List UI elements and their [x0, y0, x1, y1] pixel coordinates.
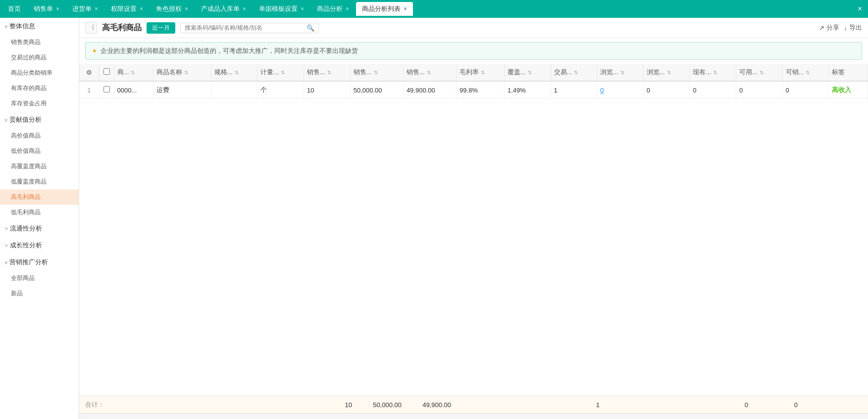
tab-close-icon[interactable]: × — [301, 6, 304, 12]
sort-icon-5[interactable]: ⇅ — [281, 70, 285, 75]
sidebar-section-3[interactable]: >成长性分析 — [0, 237, 79, 254]
sidebar-item-0-4[interactable]: 库存资金占用 — [0, 96, 79, 111]
tab-进货单[interactable]: 进货单× — [66, 2, 104, 16]
sort-icon-2[interactable]: ⇅ — [131, 70, 135, 75]
row-checkbox[interactable] — [103, 86, 110, 93]
main-layout: v整体信息销售类商品交易过的商品商品分类助销率有库存的商品库存资金占用v贡献值分… — [0, 18, 868, 419]
col-header-9[interactable]: 毛利率⇅ — [457, 64, 505, 81]
col-header-16[interactable]: 可销...⇅ — [782, 64, 829, 81]
col-header-10[interactable]: 覆盖...⇅ — [504, 64, 551, 81]
tab-单据模板设置[interactable]: 单据模板设置× — [253, 2, 310, 16]
sidebar-item-1-1[interactable]: 低价值商品 — [0, 143, 79, 159]
col-label-15: 可用... — [739, 68, 758, 77]
col-label-12: 浏览... — [600, 68, 618, 77]
sidebar-item-0-1[interactable]: 交易过的商品 — [0, 50, 79, 65]
data-table: ⚙商...⇅商品名称⇅规格...⇅计量...⇅销售...⇅销售...⇅销售...… — [79, 64, 868, 99]
tab-close-icon[interactable]: × — [185, 6, 188, 12]
unit-cell: 个 — [257, 81, 304, 99]
share-btn[interactable]: ↗ 分享 — [819, 23, 839, 32]
search-input[interactable] — [185, 24, 304, 31]
sort-icon-8[interactable]: ⇅ — [427, 70, 431, 75]
footer-stock-current: 0 — [709, 401, 748, 409]
tab-label: 商品分析列表 — [362, 4, 401, 13]
collapse-icon: v — [5, 117, 7, 123]
sidebar-item-1-4[interactable]: 高毛利商品 — [0, 189, 79, 205]
checkbox-cell[interactable] — [99, 81, 114, 99]
search-icon[interactable]: 🔍 — [306, 24, 314, 32]
sort-icon-6[interactable]: ⇅ — [327, 70, 331, 75]
col-label-5: 计量... — [260, 68, 279, 77]
tab-label: 角色授权 — [156, 4, 182, 13]
sidebar-section-0[interactable]: v整体信息 — [0, 18, 79, 35]
col-label-10: 覆盖... — [508, 68, 526, 77]
col-header-11[interactable]: 交易...⇅ — [551, 64, 597, 81]
sort-icon-3[interactable]: ⇅ — [184, 70, 188, 75]
collapse-icon: v — [5, 24, 7, 29]
col-header-15[interactable]: 可用...⇅ — [736, 64, 782, 81]
tab-商品分析[interactable]: 商品分析× — [311, 2, 355, 16]
sort-icon-15[interactable]: ⇅ — [760, 70, 764, 75]
col-header-8[interactable]: 销售...⇅ — [403, 64, 456, 81]
tab-close-icon[interactable]: × — [140, 6, 143, 12]
tab-销售单[interactable]: 销售单× — [28, 2, 65, 16]
sort-icon-12[interactable]: ⇅ — [620, 70, 624, 75]
col-header-7[interactable]: 销售...⇅ — [350, 64, 403, 81]
sort-icon-14[interactable]: ⇅ — [713, 70, 717, 75]
col-header-5[interactable]: 计量...⇅ — [257, 64, 304, 81]
tab-商品分析列表[interactable]: 商品分析列表× — [356, 2, 413, 16]
filter-recent-month-btn[interactable]: 近一月 — [147, 22, 175, 34]
col-header-12[interactable]: 浏览...⇅ — [597, 64, 644, 81]
tab-产成品入库单[interactable]: 产成品入库单× — [195, 2, 252, 16]
tab-权限设置[interactable]: 权限设置× — [105, 2, 149, 16]
col-header-6[interactable]: 销售...⇅ — [304, 64, 351, 81]
settings-icon[interactable]: ⚙ — [86, 69, 92, 76]
tab-bar: 首页销售单×进货单×权限设置×角色授权×产成品入库单×单据模板设置×商品分析×商… — [0, 0, 868, 18]
sidebar-item-1-3[interactable]: 低覆盖度商品 — [0, 174, 79, 189]
window-close-btn[interactable]: × — [854, 4, 866, 13]
sidebar-item-0-2[interactable]: 商品分类助销率 — [0, 65, 79, 81]
gross-rate-cell: 99.8% — [457, 81, 505, 99]
tab-角色授权[interactable]: 角色授权× — [150, 2, 194, 16]
content-header: 《 高毛利商品 近一月 🔍 ↗ 分享 ↓ 导出 — [79, 18, 868, 38]
sidebar-item-4-1[interactable]: 新品 — [0, 286, 79, 301]
sidebar-item-1-5[interactable]: 低毛利商品 — [0, 205, 79, 220]
col-label-17: 标签 — [832, 68, 845, 77]
footer-label: 合计： — [85, 400, 104, 409]
sort-icon-13[interactable]: ⇅ — [667, 70, 671, 75]
sort-icon-11[interactable]: ⇅ — [574, 70, 578, 75]
sidebar-item-1-2[interactable]: 高覆盖度商品 — [0, 159, 79, 174]
browse1-cell[interactable]: 0 — [597, 81, 644, 99]
tab-close-icon[interactable]: × — [346, 6, 349, 12]
sort-icon-16[interactable]: ⇅ — [806, 70, 810, 75]
sidebar-item-4-0[interactable]: 全部商品 — [0, 271, 79, 286]
sidebar-section-label: 成长性分析 — [10, 241, 42, 250]
sidebar-section-2[interactable]: >流通性分析 — [0, 220, 79, 237]
col-header-2[interactable]: 商...⇅ — [114, 64, 153, 81]
footer-sales-amount: 50,000.00 — [362, 401, 402, 409]
sort-icon-4[interactable]: ⇅ — [235, 70, 239, 75]
sidebar-item-0-0[interactable]: 销售类商品 — [0, 35, 79, 50]
select-all-checkbox[interactable] — [103, 68, 110, 75]
tab-close-icon[interactable]: × — [243, 6, 246, 12]
collapse-sidebar-btn[interactable]: 《 — [85, 22, 97, 34]
sort-icon-9[interactable]: ⇅ — [481, 70, 485, 75]
sort-icon-7[interactable]: ⇅ — [374, 70, 378, 75]
col-header-14[interactable]: 现有...⇅ — [690, 64, 736, 81]
sidebar-item-1-0[interactable]: 高价值商品 — [0, 128, 79, 143]
tab-close-icon[interactable]: × — [404, 6, 407, 12]
col-header-3[interactable]: 商品名称⇅ — [153, 64, 211, 81]
col-header-4[interactable]: 规格...⇅ — [211, 64, 257, 81]
tab-首页[interactable]: 首页 — [2, 2, 27, 16]
sales-cost-cell: 49,900.00 — [403, 81, 456, 99]
sidebar-section-1[interactable]: v贡献值分析 — [0, 111, 79, 128]
share-icon: ↗ — [819, 24, 824, 32]
export-btn[interactable]: ↓ 导出 — [844, 23, 863, 32]
sidebar-item-0-3[interactable]: 有库存的商品 — [0, 81, 79, 96]
col-header-13[interactable]: 浏览...⇅ — [643, 64, 690, 81]
sidebar-section-4[interactable]: v营销推广分析 — [0, 254, 79, 271]
sidebar: v整体信息销售类商品交易过的商品商品分类助销率有库存的商品库存资金占用v贡献值分… — [0, 18, 79, 419]
sort-icon-10[interactable]: ⇅ — [528, 70, 532, 75]
horizontal-scrollbar[interactable] — [79, 413, 868, 419]
tab-close-icon[interactable]: × — [56, 6, 59, 12]
tab-close-icon[interactable]: × — [95, 6, 98, 12]
